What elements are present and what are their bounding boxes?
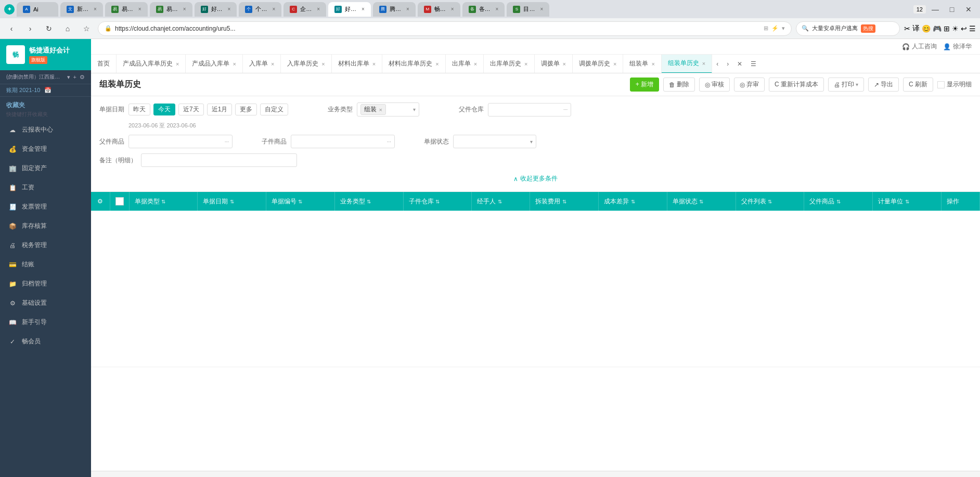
sidebar-item-settings[interactable]: ⚙ 基础设置	[0, 293, 91, 313]
tab-close-assembly[interactable]: ×	[651, 61, 654, 67]
user-profile-btn[interactable]: 👤 徐泽华	[943, 42, 972, 51]
tab-close-9[interactable]: ×	[451, 6, 454, 12]
browser-tab-4[interactable]: 好 好… ×	[195, 2, 237, 17]
tab-home[interactable]: 首页	[91, 55, 117, 73]
parent-goods-input[interactable]: ···	[128, 135, 233, 148]
customer-service-btn[interactable]: 🎧 人工咨询	[902, 42, 937, 51]
search-bar[interactable]: 🔍 大量安卓用户逃离 热搜	[796, 21, 900, 36]
tab-close-7[interactable]: ×	[362, 6, 365, 12]
tab-outbound[interactable]: 出库单 ×	[446, 55, 484, 73]
tab-transfer[interactable]: 调拨单 ×	[535, 55, 573, 73]
browser-tab-7[interactable]: 好 好… ×	[328, 2, 371, 17]
tab-finished-goods[interactable]: 产成品入库单 ×	[186, 55, 242, 73]
browser-tab-2[interactable]: 易 易… ×	[105, 2, 148, 17]
bookmark-button[interactable]: ☆	[79, 21, 94, 36]
sidebar-item-tax[interactable]: 🖨 税务管理	[0, 236, 91, 255]
browser-tab-10[interactable]: 各 各… ×	[462, 2, 505, 17]
browser-tab-0[interactable]: A Ai	[17, 2, 58, 17]
tab-close-inbound-history[interactable]: ×	[321, 61, 325, 67]
window-minimize[interactable]: —	[928, 2, 943, 17]
collapse-button[interactable]: ∧ 收起更多条件	[511, 172, 560, 185]
child-goods-input[interactable]: ···	[291, 135, 395, 148]
week-btn[interactable]: 近7天	[178, 104, 204, 115]
parent-goods-dots[interactable]: ···	[225, 139, 229, 145]
th-checkbox[interactable]	[110, 192, 129, 211]
back-button[interactable]: ‹	[4, 21, 19, 36]
tab-close-transfer-history[interactable]: ×	[613, 61, 616, 67]
tab-left-arrow[interactable]: ‹	[712, 55, 723, 73]
th-doc-status[interactable]: 单据状态 ⇅	[667, 192, 736, 211]
th-business-type[interactable]: 业务类型 ⇅	[334, 192, 403, 211]
display-detail-checkbox[interactable]	[937, 81, 945, 88]
refresh-button[interactable]: ↻	[42, 21, 56, 36]
browser-tab-8[interactable]: 腾 腾… ×	[373, 2, 416, 17]
th-parent-list[interactable]: 父件列表 ⇅	[736, 192, 804, 211]
browser-tab-1[interactable]: 文 新… ×	[60, 2, 103, 17]
tab-close-1[interactable]: ×	[94, 6, 97, 12]
dots-btn[interactable]: ···	[563, 107, 568, 112]
tag-close-btn[interactable]: ×	[379, 107, 382, 113]
th-doc-no[interactable]: 单据编号 ⇅	[266, 192, 335, 211]
th-doc-date[interactable]: 单据日期 ⇅	[198, 192, 266, 211]
tab-close-transfer[interactable]: ×	[563, 61, 566, 67]
custom-btn[interactable]: 自定义	[260, 104, 288, 115]
month-btn[interactable]: 近1月	[207, 104, 233, 115]
emoji-icon[interactable]: 😊	[922, 24, 931, 33]
sidebar-item-inventory[interactable]: 📦 库存核算	[0, 216, 91, 236]
tab-close-11[interactable]: ×	[540, 6, 543, 12]
business-type-dropdown[interactable]: ▾	[413, 107, 416, 112]
th-parent-goods[interactable]: 父件商品 ⇅	[804, 192, 873, 211]
scissors-icon[interactable]: ✂	[904, 24, 910, 33]
tab-close-material-outbound[interactable]: ×	[372, 61, 376, 67]
theme-icon[interactable]: ☀	[952, 24, 959, 33]
tab-assembly-history[interactable]: 组装单历史 ×	[662, 55, 712, 73]
today-btn[interactable]: 今天	[153, 104, 175, 115]
tab-transfer-history[interactable]: 调拨单历史 ×	[573, 55, 623, 73]
yesterday-btn[interactable]: 昨天	[128, 104, 150, 115]
game-icon[interactable]: 🎮	[933, 24, 942, 33]
th-handler[interactable]: 经手人 ⇅	[472, 192, 530, 211]
window-maximize[interactable]: □	[945, 2, 959, 17]
tab-outbound-history[interactable]: 出库单历史 ×	[484, 55, 534, 73]
doc-status-input[interactable]: ▾	[453, 135, 536, 148]
tab-close-8[interactable]: ×	[406, 6, 409, 12]
tab-finished-goods-history[interactable]: 产成品入库单历史 ×	[117, 55, 186, 73]
th-doc-type[interactable]: 单据类型 ⇅	[129, 192, 198, 211]
browser-tab-11[interactable]: S 目… ×	[507, 2, 549, 17]
translate-icon[interactable]: 译	[912, 24, 920, 33]
business-type-input[interactable]: 组装 × ▾	[357, 102, 419, 117]
abandon-button[interactable]: ◎ 弃审	[734, 78, 765, 92]
tab-close-inbound[interactable]: ×	[271, 61, 274, 67]
home-button[interactable]: ⌂	[60, 21, 75, 36]
sidebar-item-invoice[interactable]: 🧾 发票管理	[0, 197, 91, 216]
export-button[interactable]: ↗ 导出	[868, 78, 899, 92]
th-disassemble-fee[interactable]: 拆装费用 ⇅	[530, 192, 599, 211]
tab-material-outbound[interactable]: 材料出库单 ×	[332, 55, 382, 73]
sidebar-item-closing[interactable]: 💳 结账	[0, 255, 91, 274]
tab-close-finished-goods-history[interactable]: ×	[176, 61, 179, 67]
remark-input[interactable]	[141, 153, 297, 167]
tab-inbound[interactable]: 入库单 ×	[243, 55, 281, 73]
th-unit[interactable]: 计量单位 ⇅	[873, 192, 942, 211]
tab-close-10[interactable]: ×	[496, 6, 499, 12]
tab-more-menu[interactable]: ✕	[733, 55, 746, 73]
delete-button[interactable]: 🗑 删除	[663, 78, 695, 92]
sidebar-item-funds[interactable]: 💰 资金管理	[0, 139, 91, 159]
company-selector[interactable]: (勿删勿禁用）江西服宝测试专用 ▾ + ⚙	[0, 70, 91, 84]
tab-material-outbound-history[interactable]: 材料出库单历史 ×	[382, 55, 445, 73]
tab-close-outbound-history[interactable]: ×	[524, 61, 527, 67]
th-child-warehouse[interactable]: 子件仓库 ⇅	[403, 192, 472, 211]
tab-close-material-outbound-history[interactable]: ×	[435, 61, 439, 67]
print-button[interactable]: 🖨 打印 ▾	[828, 78, 864, 92]
forward-button[interactable]: ›	[23, 21, 37, 36]
grid-icon[interactable]: ⊞	[944, 24, 950, 33]
tab-close-4[interactable]: ×	[228, 6, 231, 12]
tab-close-finished-goods[interactable]: ×	[233, 61, 236, 67]
tab-close-5[interactable]: ×	[272, 6, 275, 12]
th-cost-variance[interactable]: 成本差异 ⇅	[599, 192, 667, 211]
tab-settings-menu[interactable]: ☰	[746, 55, 760, 73]
parent-warehouse-input[interactable]: ···	[488, 103, 571, 117]
sidebar-item-guide[interactable]: 📖 新手引导	[0, 313, 91, 332]
recalculate-button[interactable]: C 重新计算成本	[769, 78, 824, 92]
child-goods-dots[interactable]: ···	[387, 139, 391, 145]
